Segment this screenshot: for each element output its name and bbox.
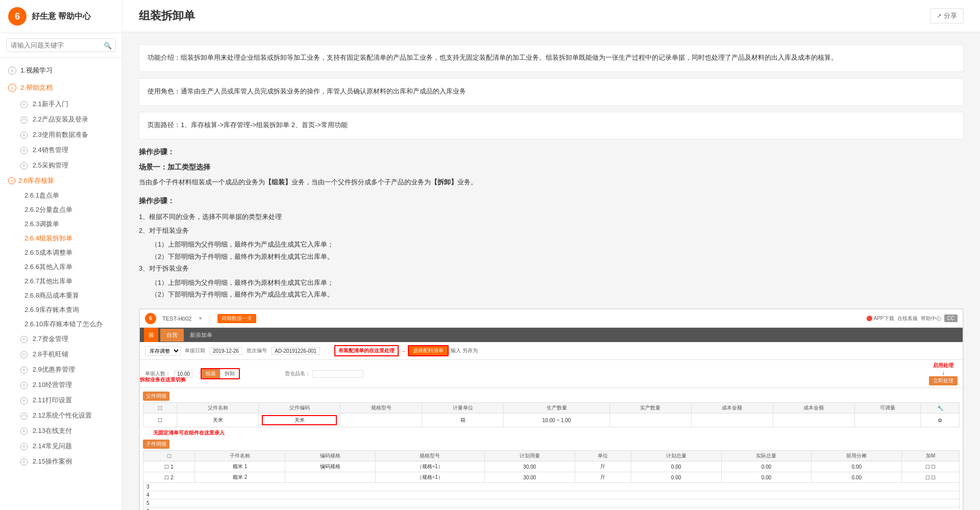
mock-sub-add: 加M bbox=[902, 451, 960, 462]
sidebar-item-inventory[interactable]: − 2.6库存核算 bbox=[0, 173, 122, 188]
mock-doc-type-select[interactable]: 库存调整 bbox=[145, 346, 181, 356]
sidebar-item-docs[interactable]: − 2.帮助文档 bbox=[0, 79, 122, 96]
mock-select-bom-btn[interactable]: 选择配料清单 bbox=[408, 345, 449, 356]
mock-th-name: 父件名称 bbox=[177, 403, 259, 414]
sidebar-item-inventory-transfer[interactable]: 2.6.3调拨单 bbox=[0, 217, 122, 231]
sidebar-item-inventory-split-stocktake[interactable]: 2.6.2分量盘点单 bbox=[0, 203, 122, 217]
sidebar-item-purchase[interactable]: + 2.5采购管理 bbox=[0, 158, 122, 173]
mock-th-cost1: 成本金额 bbox=[691, 403, 773, 414]
sidebar-item-print[interactable]: + 2.11打印设置 bbox=[0, 393, 122, 408]
sidebar-item-mobile[interactable]: + 2.8手机旺铺 bbox=[0, 347, 122, 362]
sidebar-item-settings[interactable]: + 2.12系统个性化设置 bbox=[0, 408, 122, 423]
mock-td-unit: 箱 bbox=[422, 414, 504, 427]
mock-type-assembly[interactable]: 组装 bbox=[202, 369, 220, 378]
sidebar-item-inventory-stocktake[interactable]: 2.6.1盘点单 bbox=[0, 188, 122, 203]
sidebar-item-inventory-assembly[interactable]: 2.6.4组装拆卸单 bbox=[0, 231, 122, 246]
steps-title: 操作步骤： bbox=[139, 197, 964, 206]
sidebar-item-operations[interactable]: + 2.10经营管理 bbox=[0, 377, 122, 393]
sidebar-item-faq[interactable]: + 2.14常见问题 bbox=[0, 439, 122, 454]
mock-td-name: 关米 bbox=[177, 414, 259, 427]
mock-nav-bar: ⊞ 自营 新添加单 bbox=[140, 328, 963, 342]
sidebar-item-sales[interactable]: + 2.4销售管理 bbox=[0, 142, 122, 158]
intro-block-3: 页面路径：1、库存核算->库存管理->组装拆卸单 2、首页->常用功能 bbox=[139, 112, 964, 139]
mock-date-field[interactable]: 2019-12-26 bbox=[209, 347, 242, 355]
mock-code-highlight: 关米 bbox=[262, 415, 337, 425]
mock-tab-self[interactable]: 自营 bbox=[160, 329, 184, 342]
sidebar-item-videos[interactable]: + 1.视频学习 bbox=[0, 62, 122, 79]
mock-upper-section-label: 父件明细 bbox=[143, 392, 169, 401]
sidebar-item-inventory-other-out[interactable]: 2.6.7其他出库单 bbox=[0, 274, 122, 288]
mock-sub-check: ☐ bbox=[143, 451, 195, 462]
sidebar-sub-docs: + 2.1新手入门 + 2.2产品安装及登录 + 2.3使用前数据准备 + 2.… bbox=[0, 96, 122, 469]
main-content: 组装拆卸单 ↗ 分享 功能介绍：组装拆卸单用来处理企业组装或拆卸等加工业务，支持… bbox=[122, 0, 980, 510]
sidebar-item-payment[interactable]: + 2.13在线支付 bbox=[0, 423, 122, 439]
mock-batch-field[interactable]: AD-20191226-001 bbox=[271, 347, 320, 355]
mock-logo: 6 bbox=[145, 313, 156, 324]
sidebar-item-install[interactable]: + 2.2产品安装及登录 bbox=[0, 112, 122, 127]
mock-warehouse-input[interactable] bbox=[312, 370, 363, 378]
mock-sub-row6: 6 bbox=[143, 507, 960, 510]
mock-sub-name: 子件名称 bbox=[195, 451, 285, 462]
mock-tab-new[interactable]: 新添加单 bbox=[184, 329, 218, 342]
mock-type-switch: 组装 拆卸 bbox=[201, 368, 240, 379]
mock-annotation1-area: 有装配清单的在这里处理 → 选择配料清单 输入 另存为 bbox=[334, 345, 478, 356]
mock-form-row2: 单据人数： 10.00 组装 拆卸 组装业务、拆卸业务在这里切换 货仓品 bbox=[140, 360, 963, 388]
scene1-title: 场景一：加工类型选择 bbox=[139, 163, 964, 172]
search-input[interactable] bbox=[6, 38, 116, 52]
mock-sub-spec: 规格型号 bbox=[375, 451, 484, 462]
search-area[interactable]: 🔍 bbox=[0, 33, 122, 58]
mock-td-c1 bbox=[691, 414, 773, 427]
sidebar-item-dataprep[interactable]: + 2.3使用前数据准备 bbox=[0, 127, 122, 142]
sidebar-nav: + 1.视频学习 − 2.帮助文档 + 2.1新手入门 + 2.2产品安装及登录 bbox=[0, 58, 122, 510]
step-3: 3、对于拆装业务 bbox=[139, 262, 964, 274]
mock-extra-btns: 输入 另存为 bbox=[451, 347, 478, 354]
mock-type-disassembly[interactable]: 拆卸 bbox=[220, 369, 239, 378]
mock-td-check: ☐ bbox=[143, 414, 177, 427]
mock-td-code: 关米 bbox=[259, 414, 340, 427]
mock-label-batch: 批次编号 bbox=[247, 347, 267, 354]
mock-activate-btn[interactable]: 立即处理 bbox=[929, 376, 958, 385]
logo-icon: 6 bbox=[8, 7, 27, 26]
mock-sub-r2-spec: （规格÷1） bbox=[375, 472, 484, 483]
mock-sub-r2-share: 0.00 bbox=[812, 472, 902, 483]
sidebar-item-cases[interactable]: + 2.15操作案例 bbox=[0, 454, 122, 469]
mock-th-spec: 规格型号 bbox=[340, 403, 422, 414]
mock-sub-row3: 3 bbox=[143, 483, 960, 491]
mock-nav-service: 在线客服 bbox=[897, 315, 918, 322]
mock-table-area: 父件明细 ☐ 父件名称 父件编码 规格型号 计量单位 生产数量 实产数量 bbox=[140, 388, 963, 510]
sidebar-item-inventory-ledger-fix[interactable]: 2.6.10库存账本错了怎么办 bbox=[0, 317, 122, 331]
share-button[interactable]: ↗ 分享 bbox=[930, 8, 964, 23]
mock-sub-row5: 5 bbox=[143, 499, 960, 507]
mock-annotation4-text: 启用处理 bbox=[933, 362, 953, 369]
sidebar-item-newcomer[interactable]: + 2.1新手入门 bbox=[0, 96, 122, 112]
mock-sub-r1-plan: 30.00 bbox=[484, 462, 575, 472]
share-label: 分享 bbox=[944, 11, 957, 20]
page-title: 组装拆卸单 bbox=[139, 8, 195, 23]
mock-home-icon[interactable]: ⊞ bbox=[144, 328, 158, 342]
nav-section-2: − 2.帮助文档 + 2.1新手入门 + 2.2产品安装及登录 + 2.3使用前… bbox=[0, 79, 122, 469]
mock-sub-r2-name: 糯米 2 bbox=[195, 472, 285, 483]
operations-title: 操作步骤： bbox=[139, 148, 964, 157]
mock-nav-cc: CC bbox=[944, 314, 958, 322]
sidebar-item-inventory-cost-recalc[interactable]: 2.6.8商品成本重算 bbox=[0, 288, 122, 303]
mock-annotation3-text: 组装业务、拆卸业务在这里切换 bbox=[139, 376, 186, 383]
mock-sub-r1-check: ☐ 1 bbox=[143, 462, 195, 472]
mock-td-avail bbox=[854, 414, 921, 427]
content-body: 功能介绍：组装拆卸单用来处理企业组装或拆卸等加工业务，支持有固定装配清单的产品加… bbox=[122, 32, 980, 510]
sidebar-item-finance[interactable]: + 2.7资金管理 bbox=[0, 331, 122, 347]
sidebar-item-inventory-ledger[interactable]: 2.6.9库存账本查询 bbox=[0, 303, 122, 317]
logo-area: 6 好生意 帮助中心 bbox=[0, 0, 122, 33]
sidebar-item-coupon[interactable]: + 2.9优惠券管理 bbox=[0, 362, 122, 377]
sidebar-item-inventory-other-in[interactable]: 2.6.6其他入库单 bbox=[0, 260, 122, 274]
mock-th-action: 🔧 bbox=[921, 403, 960, 414]
mock-topbar: 6 TEST-H002 ▼ 同期数据一天 🔴 APP下载 在线客服 帮助中心 C… bbox=[140, 309, 963, 328]
mock-sub-r2-check: ☐ 2 bbox=[143, 472, 195, 483]
scene1-desc: 当由多个子件材料组装成一个成品的业务为【组装】业务，当由一个父件拆分成多个子产品… bbox=[139, 176, 964, 188]
mock-sub-r1-total-a: 0.00 bbox=[721, 462, 812, 472]
mock-sub-r2-add: ☐ ☐ bbox=[902, 472, 960, 483]
sidebar-item-inventory-cost-adj[interactable]: 2.6.5成本调整单 bbox=[0, 246, 122, 260]
mock-form-area: 库存调整 单据日期 2019-12-26 批次编号 AD-20191226-00… bbox=[140, 342, 963, 360]
mock-sub-row2: ☐ 2 糯米 2 （规格÷1） 30.00 斤 0.00 0.00 0.00 ☐… bbox=[143, 472, 960, 483]
mock-dropdown-icon: ▼ bbox=[198, 315, 203, 321]
mock-sync-btn[interactable]: 同期数据一天 bbox=[217, 314, 256, 323]
